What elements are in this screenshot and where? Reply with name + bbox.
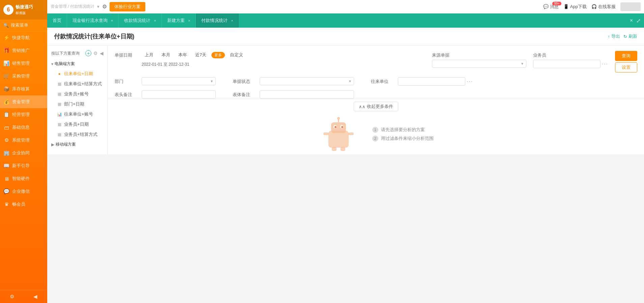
sidebar-item-wechat[interactable]: 💬 企业微信 xyxy=(0,185,47,198)
tab-payment-stats[interactable]: 付款情况统计 × xyxy=(196,13,239,28)
date-btn-more[interactable]: 更多 xyxy=(211,52,225,58)
sidebar-item-guide[interactable]: 📖 新手引导 xyxy=(0,159,47,172)
sidebar-item-operation[interactable]: 📋 经营管理 xyxy=(0,108,47,121)
date-range-text: 2022-01-01 至 2022-12-31 xyxy=(142,62,189,67)
source-doc-select[interactable]: ▾ xyxy=(432,60,526,68)
tab-home[interactable]: 首页 xyxy=(47,13,67,28)
collapse-btn[interactable]: ∧∧ 收起更多条件 xyxy=(354,102,398,111)
sidebar-item-member[interactable]: ♛ 畅会员 xyxy=(0,198,47,211)
search-menu[interactable]: 🔍 搜索菜单 xyxy=(0,20,47,31)
date-btn-last-month[interactable]: 上月 xyxy=(142,51,156,59)
online-service-btn[interactable]: 🎧 在线客服 xyxy=(591,4,616,10)
scheme-category-mobile-arrow-icon: ▶ xyxy=(51,142,54,147)
dept-label: 部门 xyxy=(115,77,135,85)
notification-btn[interactable]: 💬 消息 99+ xyxy=(543,4,559,10)
trial-btn[interactable]: 体验行业方案 xyxy=(110,2,145,11)
scheme-item-salesman-settle[interactable]: ▦ 业务员+结算方式 xyxy=(47,129,108,140)
scheme-category-pc: ▾ 电脑端方案 xyxy=(47,59,108,69)
scheme-add-btn[interactable]: + xyxy=(85,50,91,56)
table-header-note-input[interactable] xyxy=(142,90,216,99)
scheme-item-dept-date[interactable]: ▦ 部门+日期 xyxy=(47,99,108,109)
tab-receipt-stats-close-icon[interactable]: × xyxy=(154,19,156,23)
tip-num-2: 2 xyxy=(372,135,378,142)
scheme-item-partner-date[interactable]: ● 往来单位+日期 xyxy=(47,69,108,79)
sidebar-item-label: 经营管理 xyxy=(12,112,30,118)
sidebar-bottom: ⚙ ◀ xyxy=(0,290,47,303)
salesman-dots-icon[interactable]: ··· xyxy=(602,61,608,67)
system-icon: ⚙ xyxy=(3,137,9,143)
date-btn-this-month[interactable]: 本月 xyxy=(158,51,173,59)
topbar-right: 💬 消息 99+ 📱 App下载 🎧 在线客服 xyxy=(543,2,641,11)
dept-select[interactable]: ▾ xyxy=(142,77,216,85)
tab-receipt-stats-label: 收款情况统计 xyxy=(124,18,150,24)
sidebar-item-system[interactable]: ⚙ 系统管理 xyxy=(0,134,47,147)
query-btn[interactable]: 查询 xyxy=(615,51,637,61)
tab-payment-stats-close-icon[interactable]: × xyxy=(231,19,233,23)
scheme-settings-icon[interactable]: ⚙ xyxy=(93,51,98,56)
filter-row-2: 部门 ▾ 单据状态 ▾ 往来单位 xyxy=(115,77,637,86)
source-doc-filter: 来源单据 ▾ xyxy=(432,51,526,68)
scheme-item-partner-settlement[interactable]: ▦ 往来单位+结算方式 xyxy=(47,79,108,89)
sidebar-item-label: 基础信息 xyxy=(12,124,30,130)
filter-rows: 单据日期 上月 本月 本年 近7天 更多 自定义 2022-01-01 至 20… xyxy=(108,46,644,99)
source-doc-arrow-icon: ▾ xyxy=(521,61,523,66)
date-range-display: 2022-01-01 至 2022-12-31 xyxy=(142,62,296,67)
scheme-item-salesman-account[interactable]: ▦ 业务员+账号 xyxy=(47,89,108,99)
scheme-item-label: 业务员+账号 xyxy=(64,91,89,97)
user-avatar[interactable] xyxy=(620,2,641,11)
refresh-label: 刷新 xyxy=(628,33,637,39)
partner-input[interactable] xyxy=(398,77,465,86)
refresh-btn[interactable]: ↻ 刷新 xyxy=(623,33,637,39)
page-content: 付款情况统计(往来单位+日期) ↑ 导出 ↻ 刷新 按以下方案查询 + xyxy=(47,28,644,303)
scheme-item-salesman-date[interactable]: ▦ 业务员+日期 xyxy=(47,119,108,129)
table-body-note-label: 表体备注 xyxy=(233,90,253,98)
tab-new-plan[interactable]: 新建方案 × xyxy=(162,13,196,28)
svg-rect-11 xyxy=(341,147,345,151)
partner-input-wrapper: ··· xyxy=(398,77,473,86)
doc-status-arrow-icon: ▾ xyxy=(349,79,351,84)
sidebar-collapse-btn[interactable]: ◀ xyxy=(24,290,47,303)
sidebar-item-capital[interactable]: 💰 资金管理 xyxy=(0,95,47,108)
operation-icon: 📋 xyxy=(3,112,9,118)
sidebar-item-enterprise[interactable]: 🏢 企业协同 xyxy=(0,147,47,159)
salesman-input[interactable] xyxy=(533,60,601,68)
message-icon: 💬 xyxy=(543,4,549,9)
export-icon: ↑ xyxy=(608,34,610,39)
date-btn-7days[interactable]: 近7天 xyxy=(192,51,209,59)
sidebar-settings-btn[interactable]: ⚙ xyxy=(0,290,24,303)
sidebar-item-label: 营销推广 xyxy=(12,48,30,54)
empty-illustration xyxy=(318,114,359,154)
breadcrumb: 资金管理 / 付款情况统计 xyxy=(51,4,94,9)
scheme-collapse-icon[interactable]: ◀ xyxy=(100,51,104,56)
scheme-item-partner-account[interactable]: 📊 往来单位+账号 xyxy=(47,109,108,119)
sidebar-item-basic[interactable]: 🗃 基础信息 xyxy=(0,121,47,134)
filter-row-1: 单据日期 上月 本月 本年 近7天 更多 自定义 2022-01-01 至 20… xyxy=(115,51,637,72)
tab-expand-icon[interactable]: ⤢ xyxy=(636,18,641,24)
sidebar-item-purchase[interactable]: 🛒 采购管理 xyxy=(0,70,47,83)
app-download-btn[interactable]: 📱 App下载 xyxy=(563,4,587,10)
doc-status-select[interactable]: ▾ xyxy=(260,77,354,85)
sidebar-item-marketing[interactable]: 🎁 营销推广 xyxy=(0,44,47,57)
tab-new-plan-close-icon[interactable]: × xyxy=(188,19,190,23)
salesman-label: 业务员 xyxy=(533,51,608,58)
tab-receipt-stats[interactable]: 收款情况统计 × xyxy=(119,13,162,28)
sidebar-item-hardware[interactable]: 🖥 智能硬件 xyxy=(0,172,47,185)
sidebar-item-sales[interactable]: 📊 销售管理 xyxy=(0,57,47,70)
scheme-item-label: 部门+日期 xyxy=(64,101,84,107)
tab-close-all-icon[interactable]: × xyxy=(630,18,633,24)
table-body-note-input[interactable] xyxy=(260,90,354,99)
tab-bank-flow-close-icon[interactable]: × xyxy=(111,19,113,23)
svg-point-4 xyxy=(334,126,336,128)
topbar-settings-icon[interactable]: ⚙ xyxy=(102,3,107,10)
search-menu-label: 搜索菜单 xyxy=(11,22,28,28)
svg-rect-8 xyxy=(323,132,329,135)
export-btn[interactable]: ↑ 导出 xyxy=(608,33,620,39)
settings-btn[interactable]: 设置 xyxy=(615,62,637,72)
partner-dots-icon[interactable]: ··· xyxy=(467,79,473,85)
date-btn-this-year[interactable]: 本年 xyxy=(175,51,190,59)
sidebar-item-quick-nav[interactable]: ⚡ 快捷导航 xyxy=(0,31,47,44)
svg-rect-10 xyxy=(332,147,336,151)
sidebar-item-inventory[interactable]: 📦 库存核算 xyxy=(0,83,47,95)
date-btn-custom[interactable]: 自定义 xyxy=(227,51,246,59)
tab-bank-flow[interactable]: 现金银行流水查询 × xyxy=(67,13,119,28)
